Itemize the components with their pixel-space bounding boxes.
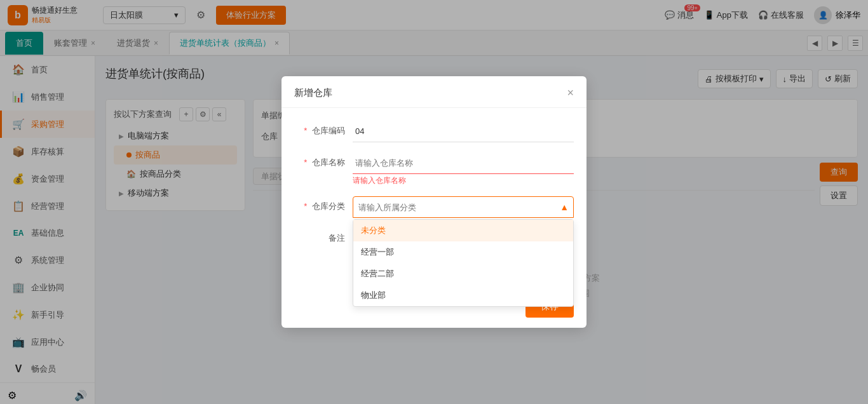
code-control: [353, 121, 574, 142]
notes-label: 备注: [294, 228, 345, 244]
dropdown-item-3[interactable]: 物业部: [353, 285, 573, 306]
category-select-wrapper: ▲: [353, 196, 574, 218]
category-control: ▲ 未分类 经营一部 经营二部 物业部: [353, 196, 574, 218]
modal-title: 新增仓库: [294, 87, 332, 99]
modal-overlay[interactable]: 新增仓库 × * 仓库编码 * 仓库名称: [0, 0, 868, 404]
modal-body: * 仓库编码 * 仓库名称 请输入仓库名称: [281, 108, 587, 288]
category-input[interactable]: [353, 196, 574, 218]
modal-close-btn[interactable]: ×: [567, 86, 574, 100]
name-label: * 仓库名称: [294, 152, 345, 168]
code-input[interactable]: [353, 121, 574, 142]
dropdown-item-0[interactable]: 未分类: [353, 220, 573, 241]
name-control: 请输入仓库名称: [353, 152, 574, 186]
modal-header: 新增仓库 ×: [281, 76, 587, 108]
name-error-msg: 请输入仓库名称: [353, 175, 574, 186]
dropdown-item-2[interactable]: 经营二部: [353, 263, 573, 285]
category-dropdown: 未分类 经营一部 经营二部 物业部: [353, 219, 574, 307]
form-row-category: * 仓库分类 ▲ 未分类 经营一部 经营二部 物业部: [294, 196, 574, 218]
dropdown-item-1[interactable]: 经营一部: [353, 241, 573, 263]
code-label: * 仓库编码: [294, 121, 345, 137]
form-row-code: * 仓库编码: [294, 121, 574, 142]
category-label: * 仓库分类: [294, 196, 345, 212]
form-row-name: * 仓库名称 请输入仓库名称: [294, 152, 574, 186]
name-input[interactable]: [353, 152, 574, 174]
new-warehouse-modal: 新增仓库 × * 仓库编码 * 仓库名称: [281, 76, 587, 328]
